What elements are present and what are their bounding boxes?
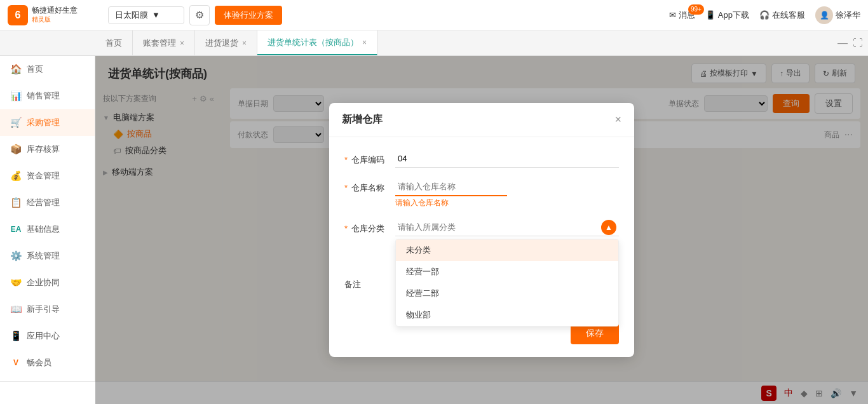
avatar: 👤	[815, 6, 833, 24]
tab-accounts[interactable]: 账套管理 ×	[133, 30, 195, 55]
modal-overlay: 新增仓库 × * 仓库编码	[95, 56, 868, 404]
code-label: * 仓库编码	[344, 150, 395, 166]
code-input[interactable]	[395, 150, 619, 168]
app-logo-icon: 6	[8, 5, 28, 25]
guide-icon: 📖	[10, 304, 22, 315]
sidebar-item-finance[interactable]: 💰 资金管理	[0, 163, 95, 189]
message-icon: ✉	[669, 10, 676, 20]
system-icon: ⚙️	[10, 250, 22, 262]
note-label: 备注	[344, 274, 395, 290]
message-item[interactable]: ✉ 消息 99+	[669, 10, 695, 21]
basic-info-icon: EA	[10, 224, 22, 235]
form-row-category: * 仓库分类 ▲ 未分类 经营一部 经营二部 物业部	[344, 219, 619, 236]
sidebar-item-operations[interactable]: 📋 经营管理	[0, 189, 95, 216]
tab-bar-controls: — ⛶	[837, 30, 868, 55]
close-icon[interactable]: ×	[242, 39, 247, 48]
sidebar-item-enterprise[interactable]: 🤝 企业协同	[0, 269, 95, 296]
expand-icon[interactable]: ⛶	[853, 37, 863, 49]
tab-purchase-return[interactable]: 进货退货 ×	[195, 30, 257, 55]
dropdown-item-dept2[interactable]: 经营二部	[396, 283, 618, 304]
message-badge: 99+	[688, 4, 704, 15]
dropdown-item-dept1[interactable]: 经营一部	[396, 261, 618, 283]
app-download-item[interactable]: 📱 App下载	[705, 10, 749, 21]
category-input[interactable]	[395, 219, 619, 236]
close-icon[interactable]: ×	[180, 39, 184, 48]
sidebar-item-sales[interactable]: 📊 销售管理	[0, 83, 95, 109]
dropdown-item-unclassified[interactable]: 未分类	[396, 239, 618, 261]
trial-button[interactable]: 体验行业方案	[215, 6, 282, 25]
app-download-label: App下载	[718, 10, 749, 21]
dialog-add-warehouse: 新增仓库 × * 仓库编码	[329, 103, 634, 357]
sidebar: 🏠 首页 📊 销售管理 🛒 采购管理 📦 库存核算 💰 资金管理 📋 经营管理 …	[0, 56, 95, 404]
sidebar-item-vip[interactable]: V 畅会员	[0, 349, 95, 376]
home-icon: 🏠	[10, 64, 22, 75]
logo-area: 6 畅捷通好生意 精灵版	[8, 5, 103, 25]
sidebar-item-guide[interactable]: 📖 新手引导	[0, 296, 95, 323]
sales-icon: 📊	[10, 90, 22, 102]
inventory-icon: 📦	[10, 144, 22, 155]
username-label: 徐泽华	[836, 10, 860, 21]
settings-icon[interactable]: ⚙	[189, 5, 210, 25]
sidebar-item-apps[interactable]: 📱 应用中心	[0, 323, 95, 349]
close-icon[interactable]: ×	[614, 113, 621, 126]
close-icon[interactable]: ×	[362, 38, 367, 47]
apps-icon: 📱	[10, 330, 22, 342]
app-name: 畅捷通好生意	[32, 6, 78, 16]
top-bar-right: ✉ 消息 99+ 📱 App下载 🎧 在线客服 👤 徐泽华	[669, 6, 860, 24]
sidebar-item-basic-info[interactable]: EA 基础信息	[0, 216, 95, 243]
category-label: * 仓库分类	[344, 219, 395, 234]
name-error-msg: 请输入仓库名称	[395, 198, 507, 208]
headset-icon: 🎧	[759, 10, 770, 20]
chevron-down-icon: ▼	[152, 10, 160, 20]
operations-icon: 📋	[10, 197, 22, 208]
online-service-label: 在线客服	[772, 10, 805, 21]
app-edition: 精灵版	[32, 15, 78, 24]
enterprise-icon: 🤝	[10, 277, 22, 288]
main-layout: 🏠 首页 📊 销售管理 🛒 采购管理 📦 库存核算 💰 资金管理 📋 经营管理 …	[0, 56, 868, 404]
top-bar: 6 畅捷通好生意 精灵版 日太阳膜 ▼ ⚙ 体验行业方案 ✉ 消息 99+ 📱 …	[0, 0, 868, 30]
form-row-name: * 仓库名称 请输入仓库名称	[344, 178, 619, 208]
online-service-item[interactable]: 🎧 在线客服	[759, 10, 805, 21]
name-input[interactable]	[395, 178, 507, 196]
content-area: 进货单统计(按商品) 🖨 按模板打印 ▼ ↑ 导出 ↻ 刷新	[95, 56, 868, 404]
store-selector[interactable]: 日太阳膜 ▼	[108, 6, 184, 24]
purchase-icon: 🛒	[10, 117, 22, 128]
minimize-icon[interactable]: —	[837, 37, 848, 49]
store-name: 日太阳膜	[115, 10, 148, 21]
name-label: * 仓库名称	[344, 178, 395, 194]
tab-bar: 首页 账套管理 × 进货退货 × 进货单统计表（按商品） × — ⛶	[0, 30, 868, 56]
form-row-code: * 仓库编码	[344, 150, 619, 168]
finance-icon: 💰	[10, 170, 22, 182]
sidebar-item-home[interactable]: 🏠 首页	[0, 56, 95, 83]
category-select-wrap: ▲	[395, 219, 619, 236]
sidebar-item-purchase[interactable]: 🛒 采购管理	[0, 109, 95, 136]
tab-purchase-stats[interactable]: 进货单统计表（按商品） ×	[257, 30, 377, 55]
dropdown-item-property[interactable]: 物业部	[396, 304, 618, 326]
tab-home[interactable]: 首页	[95, 30, 133, 55]
phone-icon: 📱	[705, 10, 715, 20]
user-item[interactable]: 👤 徐泽华	[815, 6, 860, 24]
dialog-title: 新增仓库	[342, 113, 383, 126]
dialog-body: * 仓库编码 * 仓库名称	[329, 137, 634, 315]
sidebar-item-system[interactable]: ⚙️ 系统管理	[0, 243, 95, 269]
chevron-up-icon[interactable]: ▲	[601, 220, 616, 235]
category-dropdown: 未分类 经营一部 经营二部 物业部	[395, 239, 619, 327]
dialog-header: 新增仓库 ×	[329, 103, 634, 137]
sidebar-item-inventory[interactable]: 📦 库存核算	[0, 136, 95, 163]
vip-icon: V	[10, 357, 22, 368]
